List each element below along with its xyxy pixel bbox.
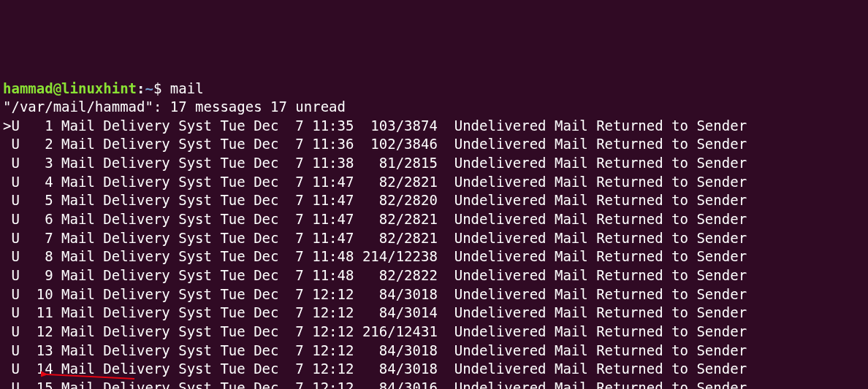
message-row[interactable]: U 3 Mail Delivery Syst Tue Dec 7 11:38 8…: [3, 155, 747, 171]
message-row[interactable]: U 4 Mail Delivery Syst Tue Dec 7 11:47 8…: [3, 174, 747, 190]
message-row[interactable]: U 8 Mail Delivery Syst Tue Dec 7 11:48 2…: [3, 248, 747, 264]
message-row[interactable]: U 10 Mail Delivery Syst Tue Dec 7 12:12 …: [3, 286, 747, 302]
message-row[interactable]: U 9 Mail Delivery Syst Tue Dec 7 11:48 8…: [3, 267, 747, 283]
prompt-host: linuxhint: [61, 80, 137, 96]
prompt-line: hammad@linuxhint:~$ mail: [3, 80, 204, 96]
message-list: >U 1 Mail Delivery Syst Tue Dec 7 11:35 …: [3, 117, 865, 389]
message-row[interactable]: U 6 Mail Delivery Syst Tue Dec 7 11:47 8…: [3, 211, 747, 227]
message-row[interactable]: >U 1 Mail Delivery Syst Tue Dec 7 11:35 …: [3, 118, 747, 134]
mailbox-summary: "/var/mail/hammad": 17 messages 17 unrea…: [3, 99, 346, 115]
message-row[interactable]: U 15 Mail Delivery Syst Tue Dec 7 12:12 …: [3, 380, 747, 389]
message-row[interactable]: U 7 Mail Delivery Syst Tue Dec 7 11:47 8…: [3, 230, 747, 246]
terminal-output: hammad@linuxhint:~$ mail "/var/mail/hamm…: [3, 80, 865, 389]
message-row[interactable]: U 11 Mail Delivery Syst Tue Dec 7 12:12 …: [3, 304, 747, 320]
prompt-path: ~: [145, 80, 153, 96]
message-row[interactable]: U 14 Mail Delivery Syst Tue Dec 7 12:12 …: [3, 361, 747, 377]
message-row[interactable]: U 5 Mail Delivery Syst Tue Dec 7 11:47 8…: [3, 192, 747, 208]
prompt-colon: :: [137, 80, 145, 96]
message-row[interactable]: U 2 Mail Delivery Syst Tue Dec 7 11:36 1…: [3, 136, 747, 152]
command-text: mail: [170, 80, 204, 96]
prompt-user: hammad: [3, 80, 53, 96]
message-row[interactable]: U 13 Mail Delivery Syst Tue Dec 7 12:12 …: [3, 342, 747, 358]
message-row[interactable]: U 12 Mail Delivery Syst Tue Dec 7 12:12 …: [3, 323, 747, 339]
prompt-at: @: [53, 80, 61, 96]
prompt-dollar: $: [153, 80, 161, 96]
